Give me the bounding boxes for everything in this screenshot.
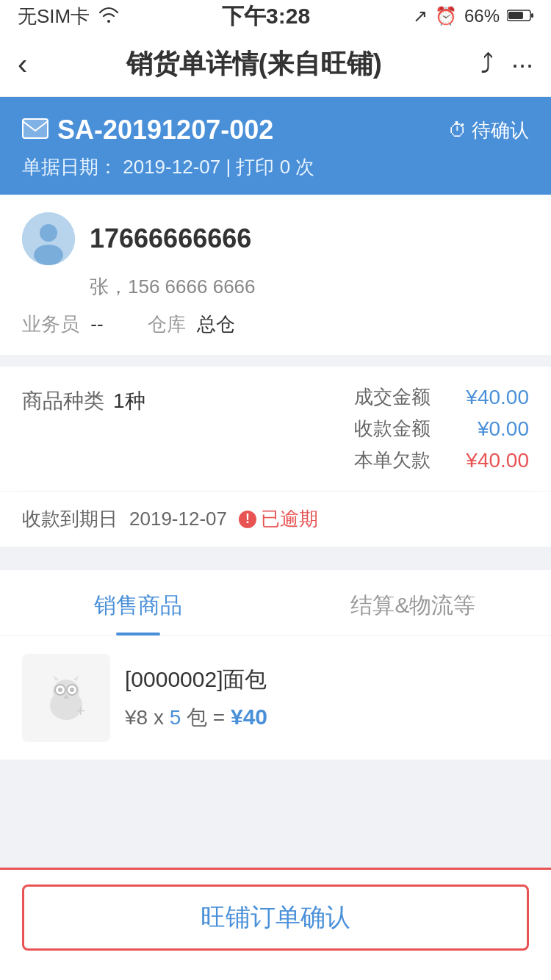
product-type-label: 商品种类 bbox=[22, 387, 104, 415]
avatar bbox=[22, 212, 75, 265]
salesperson-value: -- bbox=[90, 313, 103, 335]
overdue-badge: ! 已逾期 bbox=[239, 506, 318, 532]
warehouse-item: 仓库 总仓 bbox=[148, 311, 235, 337]
order-date-value: 2019-12-07 bbox=[123, 156, 220, 178]
page-title: 销货单详情(来自旺铺) bbox=[126, 46, 382, 82]
clock-icon: ⏱ bbox=[448, 119, 467, 142]
product-info: [0000002]面包 ¥8 x 5 包 = ¥40 bbox=[125, 665, 529, 732]
product-qty: 5 bbox=[170, 706, 181, 729]
tabs-section: 销售商品 结算&物流等 bbox=[0, 570, 551, 760]
salesperson-label: 业务员 bbox=[22, 313, 79, 335]
alarm-icon: ⏰ bbox=[435, 6, 457, 26]
order-id-text: SA-20191207-002 bbox=[57, 115, 273, 145]
order-status-text: 待确认 bbox=[472, 118, 529, 143]
deal-amount-row: 成交金额 ¥40.00 bbox=[354, 384, 529, 410]
qty-unit: 包 bbox=[187, 706, 207, 729]
order-date-row: 单据日期： 2019-12-07 | 打印 0 次 bbox=[22, 154, 529, 180]
due-date-value: 2019-12-07 bbox=[129, 508, 227, 530]
customer-phone: 17666666666 bbox=[90, 223, 251, 254]
status-time: 下午3:28 bbox=[222, 1, 310, 32]
confirm-button[interactable]: 旺铺订单确认 bbox=[22, 884, 529, 951]
battery-text: 66% bbox=[464, 6, 500, 26]
svg-point-12 bbox=[70, 688, 74, 692]
deal-amount-value: ¥40.00 bbox=[448, 386, 529, 409]
due-date-label: 收款到期日 bbox=[22, 506, 118, 532]
multiply-sign: x bbox=[154, 706, 164, 729]
divider-2 bbox=[0, 547, 551, 558]
owed-amount-value: ¥40.00 bbox=[448, 449, 529, 472]
received-amount-row: 收款金额 ¥0.00 bbox=[354, 416, 529, 442]
status-bar: 无SIM卡 下午3:28 ↗ ⏰ 66% bbox=[0, 0, 551, 32]
nav-bar: ‹ 销货单详情(来自旺铺) ⤴ ··· bbox=[0, 32, 551, 97]
amounts-right: 成交金额 ¥40.00 收款金额 ¥0.00 本单欠款 ¥40.00 bbox=[354, 384, 529, 473]
customer-name: 张，156 6666 6666 bbox=[22, 274, 529, 300]
salesperson-item: 业务员 -- bbox=[22, 311, 104, 337]
equals-sign: = bbox=[213, 706, 225, 729]
divider-1 bbox=[0, 355, 551, 367]
price-unit: ¥8 bbox=[125, 706, 148, 729]
overdue-text: 已逾期 bbox=[261, 506, 318, 532]
amount-section: 商品种类 1种 成交金额 ¥40.00 收款金额 ¥0.00 本单欠款 ¥40.… bbox=[0, 367, 551, 491]
received-amount-label: 收款金额 bbox=[354, 416, 431, 442]
nav-actions: ⤴ ··· bbox=[480, 49, 533, 80]
status-right: ↗ ⏰ 66% bbox=[413, 6, 533, 26]
product-thumbnail: + bbox=[22, 654, 110, 742]
tabs-row: 销售商品 结算&物流等 bbox=[0, 570, 551, 636]
customer-meta: 业务员 -- 仓库 总仓 bbox=[22, 311, 529, 337]
order-id-row: SA-20191207-002 bbox=[22, 115, 273, 145]
overdue-icon: ! bbox=[239, 511, 256, 528]
owed-amount-label: 本单欠款 bbox=[354, 447, 431, 473]
svg-marker-16 bbox=[73, 675, 79, 681]
due-date-section: 收款到期日 2019-12-07 ! 已逾期 bbox=[0, 491, 551, 547]
svg-point-6 bbox=[34, 245, 63, 265]
svg-point-11 bbox=[58, 688, 62, 692]
order-print-info: | 打印 0 次 bbox=[226, 156, 314, 178]
deal-amount-label: 成交金额 bbox=[354, 384, 431, 410]
svg-text:+: + bbox=[76, 703, 85, 719]
svg-point-5 bbox=[40, 224, 57, 242]
svg-rect-3 bbox=[23, 119, 48, 138]
svg-rect-2 bbox=[508, 12, 523, 19]
order-status: ⏱ 待确认 bbox=[448, 118, 529, 143]
warehouse-value: 总仓 bbox=[197, 313, 235, 335]
warehouse-label: 仓库 bbox=[148, 313, 186, 335]
location-icon: ↗ bbox=[413, 6, 428, 26]
product-price: ¥8 x 5 包 = ¥40 bbox=[125, 704, 529, 732]
tab-settlement[interactable]: 结算&物流等 bbox=[276, 570, 551, 635]
tab-products[interactable]: 销售商品 bbox=[0, 570, 276, 635]
wifi-icon bbox=[98, 5, 119, 28]
back-button[interactable]: ‹ bbox=[18, 48, 27, 81]
product-total: ¥40 bbox=[231, 705, 267, 729]
product-name: [0000002]面包 bbox=[125, 665, 529, 695]
customer-phone-row: 17666666666 bbox=[22, 212, 529, 265]
svg-marker-15 bbox=[53, 675, 59, 681]
status-left: 无SIM卡 bbox=[18, 4, 119, 29]
share-icon[interactable]: ⤴ bbox=[480, 49, 494, 80]
owed-amount-row: 本单欠款 ¥40.00 bbox=[354, 447, 529, 473]
product-item: + [0000002]面包 ¥8 x 5 包 = ¥40 bbox=[0, 636, 551, 760]
order-envelope-icon bbox=[22, 115, 48, 145]
received-amount-value: ¥0.00 bbox=[448, 417, 529, 441]
customer-section: 17666666666 张，156 6666 6666 业务员 -- 仓库 总仓 bbox=[0, 195, 551, 355]
order-header: SA-20191207-002 ⏱ 待确认 单据日期： 2019-12-07 |… bbox=[0, 97, 551, 195]
product-type-item: 商品种类 1种 bbox=[22, 384, 145, 415]
svg-rect-1 bbox=[531, 13, 533, 18]
order-date-label: 单据日期： bbox=[22, 156, 118, 178]
battery-icon bbox=[507, 6, 533, 26]
carrier-text: 无SIM卡 bbox=[18, 4, 90, 29]
product-type-value: 1种 bbox=[113, 387, 145, 415]
more-icon[interactable]: ··· bbox=[511, 49, 533, 80]
confirm-btn-wrapper: 旺铺订单确认 bbox=[0, 868, 551, 980]
